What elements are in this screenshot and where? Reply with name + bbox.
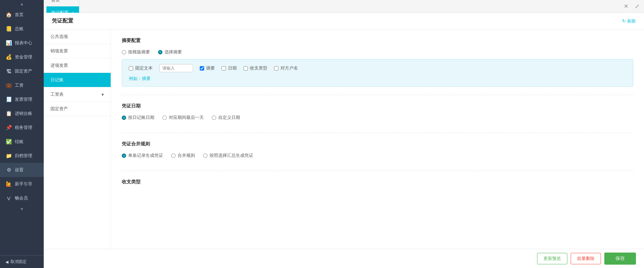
fixed-text-label[interactable]: 固定文本: [129, 65, 153, 71]
merge-rules-radio-group: 单条记录生成凭证 合并规则 按照选择汇总生成凭证: [122, 152, 633, 159]
income-type-checkbox[interactable]: [243, 66, 248, 71]
sidebar-item-label: 设置: [15, 167, 24, 173]
voucher-date-radio-group: 按日记账日期 对应期间最后一天 自定义日期: [122, 115, 633, 121]
left-nav-item-purchase-invoice[interactable]: 进项发票: [44, 58, 111, 73]
left-nav-item-public[interactable]: 公共选项: [44, 30, 111, 44]
tax-mgmt-icon: 📌: [5, 125, 12, 131]
date-checkbox-label[interactable]: 日期: [222, 65, 237, 71]
refresh-button[interactable]: ↻ 刷新: [622, 18, 636, 24]
sidebar-item-reports[interactable]: 📊报表中心: [0, 36, 44, 50]
sidebar-scroll-down[interactable]: ▼: [0, 205, 44, 213]
income-type-checkbox-label[interactable]: 收支类型: [243, 65, 267, 71]
summary-radio-group: 按模版摘要 选择摘要: [122, 49, 633, 55]
sidebar-cancel-pin[interactable]: ◀ 取消固定: [0, 255, 44, 268]
sidebar-item-label: 归档管理: [15, 153, 32, 159]
merge-radio3[interactable]: [203, 153, 207, 158]
summary-config-section: 摘要配置 按模版摘要 选择摘要: [122, 38, 633, 95]
sidebar-item-purchase-sale[interactable]: 📋进销台账: [0, 106, 44, 121]
left-nav-item-fixed-assets-nav[interactable]: 固定资产: [44, 102, 111, 116]
batch-delete-button[interactable]: 批量删除: [571, 253, 601, 264]
date-checkbox[interactable]: [222, 66, 226, 71]
voucher-date-radio1[interactable]: [122, 116, 126, 120]
sidebar-item-funds[interactable]: 💰资金管理: [0, 50, 44, 64]
sidebar-item-label: 固定资产: [15, 68, 32, 74]
left-nav-item-journal[interactable]: 日记账: [44, 73, 111, 87]
summary-checkbox[interactable]: [200, 66, 204, 71]
sidebar: ▲ 🏠首页📒总账📊报表中心💰资金管理🏗固定资产💼工资🧾发票管理📋进销台账📌税务管…: [0, 0, 44, 268]
pin-icon: ◀: [5, 260, 8, 264]
voucher-date-option1[interactable]: 按日记账日期: [122, 115, 154, 121]
fixed-text-input[interactable]: [159, 64, 193, 72]
close-window-btn[interactable]: ✕: [622, 2, 630, 10]
sidebar-item-invoice-mgmt[interactable]: 🧾发票管理: [0, 92, 44, 106]
left-nav: 公共选项销项发票进项发票日记账工资表▾固定资产: [44, 30, 111, 249]
update-preview-button[interactable]: 更新预览: [537, 253, 567, 264]
radio-template-input[interactable]: [122, 50, 126, 54]
left-nav-label: 公共选项: [50, 34, 68, 40]
counterpart-checkbox[interactable]: [274, 66, 278, 71]
sidebar-scroll-up[interactable]: ▲: [0, 0, 44, 8]
chevron-icon: ▾: [102, 92, 104, 97]
settings-icon: ⚙: [5, 167, 12, 173]
vip-icon: V: [5, 195, 12, 201]
left-nav-label: 销项发票: [50, 48, 68, 54]
sidebar-item-fixed-assets[interactable]: 🏗固定资产: [0, 64, 44, 78]
merge-radio1[interactable]: [122, 153, 126, 158]
tabbar: 首页凭证配置× ✕ ⤢: [44, 0, 644, 13]
left-nav-label: 工资表: [50, 91, 64, 97]
voucher-date-radio3[interactable]: [212, 116, 216, 120]
bottom-bar: 更新预览 批量删除 保存: [44, 249, 644, 268]
left-nav-item-payroll-table[interactable]: 工资表▾: [44, 87, 111, 102]
voucher-date-radio2[interactable]: [162, 116, 167, 120]
funds-icon: 💰: [5, 54, 12, 60]
summary-checkbox-label[interactable]: 摘要: [200, 65, 215, 71]
tab-home-tab[interactable]: 首页: [46, 0, 79, 6]
voucher-date-option3[interactable]: 自定义日期: [212, 115, 240, 121]
income-type-title: 收支类型: [122, 179, 633, 185]
sidebar-item-payroll[interactable]: 💼工资: [0, 78, 44, 92]
merge-option2[interactable]: 合并规则: [171, 152, 195, 159]
left-nav-label: 固定资产: [50, 106, 68, 112]
summary-config-title: 摘要配置: [122, 38, 633, 44]
radio-template-label[interactable]: 按模版摘要: [122, 49, 150, 55]
tab-label: 首页: [51, 0, 60, 3]
sidebar-item-home[interactable]: 🏠首页: [0, 8, 44, 22]
expand-window-btn[interactable]: ⤢: [633, 2, 641, 10]
ledger-icon: 📒: [5, 26, 12, 32]
merge-radio2[interactable]: [171, 153, 176, 158]
page-header: 凭证配置 ↻ 刷新: [44, 13, 644, 30]
purchase-sale-icon: 📋: [5, 110, 12, 117]
fixed-text-checkbox[interactable]: [129, 66, 133, 71]
sidebar-item-label: 畅会员: [15, 195, 28, 201]
save-button[interactable]: 保存: [604, 253, 636, 265]
fixed-assets-icon: 🏗: [5, 69, 12, 74]
radio-select-input[interactable]: [158, 50, 162, 54]
sidebar-item-guide[interactable]: 🙋新手引导: [0, 177, 44, 191]
archive-icon: 📁: [5, 153, 12, 159]
sidebar-item-archive[interactable]: 📁归档管理: [0, 149, 44, 163]
sidebar-item-tax-mgmt[interactable]: 📌税务管理: [0, 121, 44, 135]
settlement-icon: ✅: [5, 139, 12, 145]
tab-close-icon[interactable]: ×: [72, 10, 74, 15]
page-title: 凭证配置: [52, 17, 73, 25]
sidebar-item-settlement[interactable]: ✅结账: [0, 135, 44, 149]
invoice-mgmt-icon: 🧾: [5, 96, 12, 102]
sidebar-item-label: 工资: [15, 82, 24, 88]
sidebar-item-ledger[interactable]: 📒总账: [0, 22, 44, 36]
sidebar-item-label: 结账: [15, 139, 24, 145]
radio-select-label[interactable]: 选择摘要: [158, 49, 182, 55]
sidebar-item-settings[interactable]: ⚙设置: [0, 163, 44, 177]
guide-icon: 🙋: [5, 181, 12, 187]
payroll-icon: 💼: [5, 82, 12, 88]
left-nav-item-sales-invoice[interactable]: 销项发票: [44, 44, 111, 58]
tabbar-right: ✕ ⤢: [622, 2, 641, 10]
merge-option1[interactable]: 单条记录生成凭证: [122, 152, 163, 159]
voucher-date-option2[interactable]: 对应期间最后一天: [162, 115, 204, 121]
counterpart-checkbox-label[interactable]: 对方户名: [274, 65, 298, 71]
merge-option3[interactable]: 按照选择汇总生成凭证: [203, 152, 253, 159]
summary-config-box: 固定文本 摘要 日期: [122, 59, 633, 87]
voucher-date-title: 凭证日期: [122, 103, 633, 109]
sidebar-item-vip[interactable]: V畅会员: [0, 191, 44, 205]
right-content: 摘要配置 按模版摘要 选择摘要: [111, 30, 644, 249]
sidebar-item-label: 报表中心: [15, 40, 32, 46]
